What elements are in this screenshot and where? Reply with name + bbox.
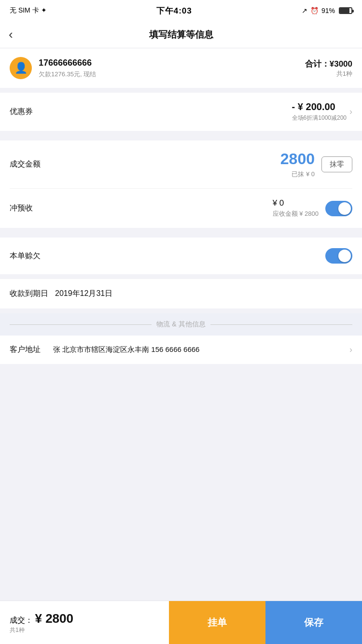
coupon-right: - ¥ 200.00 全场6折满1000减200 › [292, 101, 352, 122]
prereceive-row: 冲预收 ¥ 0 应收金额 ¥ 2800 [10, 189, 352, 228]
location-icon: ↗ [302, 7, 307, 14]
customer-left: 👤 17666666666 欠款1276.35元, 现结 [10, 57, 96, 79]
status-left: 无 SIM 卡 ✦ [10, 6, 47, 15]
total-count: 共1种 [305, 70, 352, 78]
duedate-value: 2019年12月31日 [55, 289, 112, 299]
deal-amount-label: 成交金额 [10, 159, 41, 169]
debt-row: 本单赊欠 [0, 238, 362, 274]
deal-amount-right: 2800 已抹 ¥ 0 抹零 [280, 150, 352, 179]
coupon-section: 优惠券 - ¥ 200.00 全场6折满1000减200 › [0, 93, 362, 131]
address-label: 客户地址 [10, 345, 48, 355]
pend-button[interactable]: 挂单 [169, 601, 265, 644]
bottom-bar: 成交： ¥ 2800 共1种 挂单 保存 [0, 601, 362, 644]
sim-label: 无 SIM 卡 ✦ [10, 6, 47, 15]
back-button[interactable]: ‹ [9, 27, 13, 42]
divider-1 [0, 136, 362, 140]
bottom-deal-label: 成交： ¥ 2800 [10, 611, 159, 626]
prereceive-toggle[interactable] [325, 201, 352, 216]
customer-phone: 17666666666 [39, 58, 96, 68]
debt-label: 本单赊欠 [10, 251, 41, 261]
status-bar: 无 SIM 卡 ✦ 下午4:03 ↗ ⏰ 91% [0, 0, 362, 21]
bottom-summary: 成交： ¥ 2800 共1种 [0, 611, 169, 634]
prereceive-right: ¥ 0 应收金额 ¥ 2800 [273, 198, 352, 218]
erase-button[interactable]: 抹零 [321, 156, 352, 172]
address-value: 张 北京市市辖区海淀区永丰南 156 6666 6666 [53, 344, 345, 355]
deal-amount-row: 成交金额 2800 已抹 ¥ 0 抹零 [10, 140, 352, 189]
debt-toggle[interactable] [325, 248, 352, 264]
deal-amount-value: 2800 [280, 150, 315, 168]
customer-card: 👤 17666666666 欠款1276.35元, 现结 合计：¥3000 共1… [0, 48, 362, 88]
duedate-label: 收款到期日 [10, 289, 48, 299]
page-title: 填写结算等信息 [149, 28, 213, 41]
battery-label: 91% [321, 7, 335, 14]
logistics-divider: 物流 & 其他信息 [0, 313, 362, 336]
bottom-amount: ¥ 2800 [35, 611, 73, 626]
coupon-desc: 全场6折满1000减200 [292, 114, 347, 122]
deal-label: 成交： [10, 616, 33, 624]
prereceive-sub: 应收金额 ¥ 2800 [273, 210, 319, 218]
address-chevron-icon: › [349, 345, 352, 355]
bottom-count: 共1种 [10, 626, 159, 634]
duedate-section: 收款到期日 2019年12月31日 [0, 279, 362, 308]
coupon-chevron-icon: › [349, 107, 352, 117]
address-row[interactable]: 客户地址 张 北京市市辖区海淀区永丰南 156 6666 6666 › [0, 336, 362, 364]
coupon-row[interactable]: 优惠券 - ¥ 200.00 全场6折满1000减200 › [0, 93, 362, 131]
logistics-label: 物流 & 其他信息 [156, 320, 205, 329]
prereceive-amount: ¥ 0 [273, 198, 319, 208]
customer-info: 17666666666 欠款1276.35元, 现结 [39, 58, 96, 79]
avatar-icon: 👤 [14, 62, 28, 74]
duedate-row: 收款到期日 2019年12月31日 [10, 289, 352, 299]
content: 👤 17666666666 欠款1276.35元, 现结 合计：¥3000 共1… [0, 48, 362, 504]
customer-debt: 欠款1276.35元, 现结 [39, 70, 96, 79]
customer-right: 合计：¥3000 共1种 [305, 58, 352, 78]
amount-section: 成交金额 2800 已抹 ¥ 0 抹零 冲预收 ¥ 0 应收金额 ¥ 2800 [0, 140, 362, 228]
save-button[interactable]: 保存 [265, 601, 362, 644]
battery-icon [339, 7, 352, 14]
alarm-icon: ⏰ [310, 7, 319, 14]
deal-amount-sub: 已抹 ¥ 0 [280, 170, 315, 179]
nav-bar: ‹ 填写结算等信息 [0, 21, 362, 48]
status-time: 下午4:03 [156, 5, 192, 16]
avatar: 👤 [10, 57, 32, 79]
divider-2 [0, 233, 362, 238]
coupon-label: 优惠券 [10, 107, 33, 117]
gray-area [0, 364, 362, 461]
coupon-discount: - ¥ 200.00 [292, 101, 347, 112]
prereceive-label: 冲预收 [10, 203, 33, 213]
total-amount: 合计：¥3000 [305, 58, 352, 70]
status-right: ↗ ⏰ 91% [302, 7, 352, 14]
